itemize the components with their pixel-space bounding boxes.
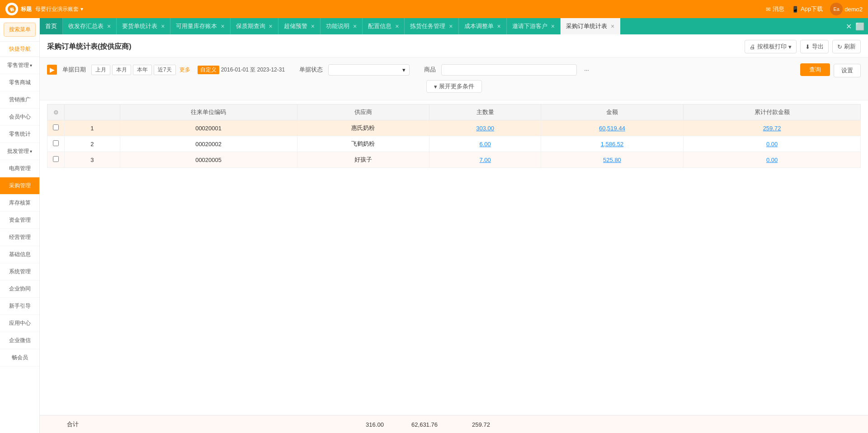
tab-label: 首页 <box>45 22 57 30</box>
filter-date-custom: 自定义 2016-01-01 至 2023-12-31 <box>198 66 285 74</box>
tab-receive-send[interactable]: 收发存汇总表× <box>63 18 117 34</box>
date-btn-this-month[interactable]: 本月 <box>112 65 131 75</box>
goods-input[interactable] <box>441 64 577 76</box>
tab-close-icon[interactable]: × <box>221 23 224 29</box>
sidebar-item-ops-mgmt[interactable]: 经营管理 <box>0 229 39 246</box>
sidebar-item-ecommerce-mgmt[interactable]: 电商管理 <box>0 160 39 177</box>
tab-usable-inventory[interactable]: 可用量库存账本× <box>170 18 230 34</box>
row-checkbox[interactable] <box>47 152 65 168</box>
tab-close-icon[interactable]: × <box>269 23 273 29</box>
print-btn[interactable]: 🖨 按模板打印 ▾ <box>745 40 797 53</box>
filter-right: 查询 设置 <box>800 62 861 77</box>
sidebar-item-vip-member[interactable]: 畅会员 <box>0 349 39 366</box>
sidebar-item-retail-stats[interactable]: 零售统计 <box>0 126 39 143</box>
top-bar: 畅 标题 母婴行业演示账套 ▾ ✉ 消息 📱 App下载 Ea demo2 <box>0 0 868 18</box>
tab-close-icon[interactable]: × <box>497 23 501 29</box>
tab-maximize-btn[interactable]: ⬜ <box>855 22 864 31</box>
export-btn[interactable]: ⬇ 导出 <box>800 40 829 53</box>
sidebar-item-retail-shop[interactable]: 零售商城 <box>0 74 39 91</box>
sidebar-arrow: ▾ <box>30 149 32 154</box>
row-checkbox[interactable] <box>47 136 65 152</box>
sidebar-item-purchase-mgmt[interactable]: 采购管理 <box>0 177 39 195</box>
content-area: 首页收发存汇总表×要货单统计表×可用量库存账本×保质期查询×超储预警×功能说明×… <box>40 18 868 433</box>
row-main-qty[interactable]: 6.00 <box>429 136 541 152</box>
tab-goods-stats[interactable]: 要货单统计表× <box>117 18 170 34</box>
tab-close-icon[interactable]: × <box>611 23 614 29</box>
row-amount[interactable]: 525.80 <box>541 152 683 168</box>
workspace-selector[interactable]: 母婴行业演示账套 ▾ <box>35 5 83 13</box>
tab-close-btn[interactable]: ✕ <box>846 22 852 31</box>
filter-more-icon[interactable]: ··· <box>584 67 589 73</box>
tab-expiry-query[interactable]: 保质期查询× <box>231 18 278 34</box>
sidebar-item-member-center[interactable]: 会员中心 <box>0 109 39 126</box>
filter-area: ▶ 单据日期 上月 本月 本年 近7天 更多 自定义 2016-01-01 至 … <box>40 57 868 100</box>
app-download-btn[interactable]: 📱 App下载 <box>792 5 823 13</box>
message-btn[interactable]: ✉ 消息 <box>766 5 784 13</box>
expand-conditions-btn[interactable]: ▾ 展开更多条件 <box>426 80 482 93</box>
summary-label: 合计 <box>47 420 201 428</box>
user-area[interactable]: Ea demo2 <box>830 3 863 15</box>
sidebar-item-funds-mgmt[interactable]: 资金管理 <box>0 212 39 229</box>
workspace-arrow: ▾ <box>80 6 83 12</box>
refresh-btn[interactable]: ↻ 刷新 <box>832 40 861 53</box>
tab-close-icon[interactable]: × <box>395 23 399 29</box>
sidebar-item-sys-mgmt[interactable]: 系统管理 <box>0 263 39 281</box>
tab-home[interactable]: 首页 <box>40 18 63 34</box>
tab-close-icon[interactable]: × <box>161 23 165 29</box>
row-amount[interactable]: 60,519.44 <box>541 120 683 136</box>
tab-close-icon[interactable]: × <box>449 23 453 29</box>
sidebar-item-batch-mgmt[interactable]: 批发管理▾ <box>0 143 39 160</box>
sidebar-item-new-guide[interactable]: 新手引导 <box>0 298 39 315</box>
message-icon: ✉ <box>766 6 771 13</box>
sidebar-item-enterprise-wechat[interactable]: 企业微信 <box>0 332 39 349</box>
row-amount[interactable]: 1,586.52 <box>541 136 683 152</box>
tab-label: 配置信息 <box>368 22 392 30</box>
avatar-initials: Ea <box>834 6 840 12</box>
tab-close-icon[interactable]: × <box>551 23 555 29</box>
row-paid-amount[interactable]: 259.72 <box>684 120 861 136</box>
filter-toggle-btn[interactable]: ▶ <box>47 65 57 75</box>
search-menu-btn[interactable]: 搜索菜单 <box>4 23 36 37</box>
row-paid-amount[interactable]: 0.00 <box>684 136 861 152</box>
tab-func-desc[interactable]: 功能说明× <box>321 18 363 34</box>
settings-btn[interactable]: 设置 <box>834 64 861 77</box>
th-amount: 金额 <box>541 105 683 120</box>
row-checkbox[interactable] <box>47 120 65 136</box>
date-btn-7days[interactable]: 近7天 <box>154 65 176 75</box>
row-paid-amount[interactable]: 0.00 <box>684 152 861 168</box>
tab-pick-task-mgmt[interactable]: 拣货任务管理× <box>405 18 458 34</box>
sidebar-item-basic-info[interactable]: 基础信息 <box>0 246 39 263</box>
date-btn-last-month[interactable]: 上月 <box>91 65 110 75</box>
tab-close-icon[interactable]: × <box>311 23 315 29</box>
th-gear: ⚙ <box>47 105 65 120</box>
sidebar-item-enterprise-coop[interactable]: 企业协同 <box>0 281 39 298</box>
app-download-label: App下载 <box>801 5 823 13</box>
tab-purchase-order-stats[interactable]: 采购订单统计表× <box>561 18 620 34</box>
tab-label: 保质期查询 <box>236 22 265 30</box>
row-index: 2 <box>65 136 120 152</box>
tab-invite-downstream[interactable]: 邀请下游客户× <box>507 18 561 34</box>
date-btn-more[interactable]: 更多 <box>178 65 192 75</box>
query-btn[interactable]: 查询 <box>800 63 830 76</box>
status-select-arrow: ▾ <box>402 67 406 73</box>
username: demo2 <box>844 6 863 13</box>
sidebar-item-retail-mgmt[interactable]: 零售管理▾ <box>0 57 39 74</box>
summary-amount: 62,631.76 <box>400 421 449 428</box>
quick-nav-btn[interactable]: 快捷导航 <box>0 42 39 57</box>
sidebar-item-inventory-check[interactable]: 库存核算 <box>0 195 39 212</box>
status-select[interactable]: ▾ <box>328 64 410 76</box>
tab-close-icon[interactable]: × <box>353 23 357 29</box>
row-main-qty[interactable]: 303.00 <box>429 120 541 136</box>
row-main-qty[interactable]: 7.00 <box>429 152 541 168</box>
sidebar-item-marketing[interactable]: 营销推广 <box>0 91 39 109</box>
page-title: 采购订单统计表(按供应商) <box>47 42 132 52</box>
tab-config-info[interactable]: 配置信息× <box>363 18 405 34</box>
sidebar-item-app-center[interactable]: 应用中心 <box>0 315 39 332</box>
tab-close-icon[interactable]: × <box>107 23 111 29</box>
th-main-qty: 主数量 <box>429 105 541 120</box>
date-btn-this-year[interactable]: 本年 <box>133 65 152 75</box>
table-area: ⚙ 往来单位编码 供应商 主数量 金额 累计付款金额 100020001惠氏奶粉… <box>40 100 868 415</box>
gear-icon[interactable]: ⚙ <box>53 109 59 116</box>
tab-cost-adjust[interactable]: 成本调整单× <box>459 18 507 34</box>
tab-overstock-warning[interactable]: 超储预警× <box>278 18 321 34</box>
